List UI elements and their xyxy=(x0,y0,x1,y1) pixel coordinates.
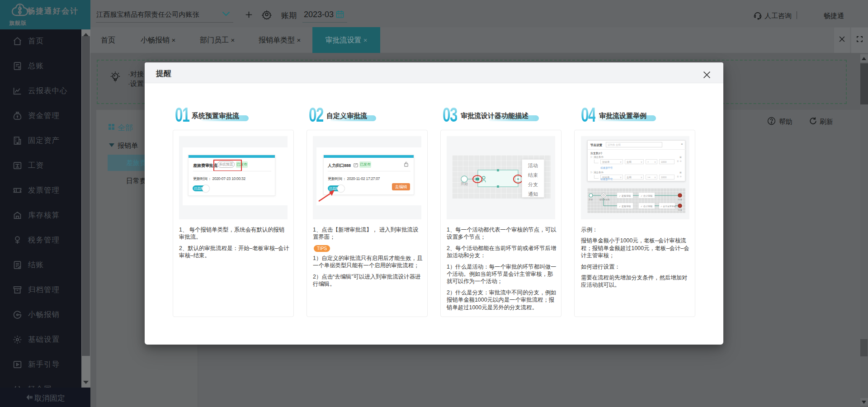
svg-text:✓ 老板审核: ✓ 老板审核 xyxy=(619,205,631,208)
svg-text:结束: 结束 xyxy=(678,199,683,201)
svg-text:✓ 会计主管审核: ✓ 会计主管审核 xyxy=(660,205,676,208)
svg-text:开始: 开始 xyxy=(461,182,468,186)
svg-text:✓ 老板审核: ✓ 老板审核 xyxy=(619,194,631,197)
svg-text:✓ 会计审核: ✓ 会计审核 xyxy=(641,205,653,208)
svg-text:报销单金额: 报销单金额 xyxy=(599,198,610,201)
svg-text:开始: 开始 xyxy=(589,198,593,201)
svg-text:✓ 会计审核: ✓ 会计审核 xyxy=(641,194,653,197)
svg-text:结束: 结束 xyxy=(678,209,683,211)
